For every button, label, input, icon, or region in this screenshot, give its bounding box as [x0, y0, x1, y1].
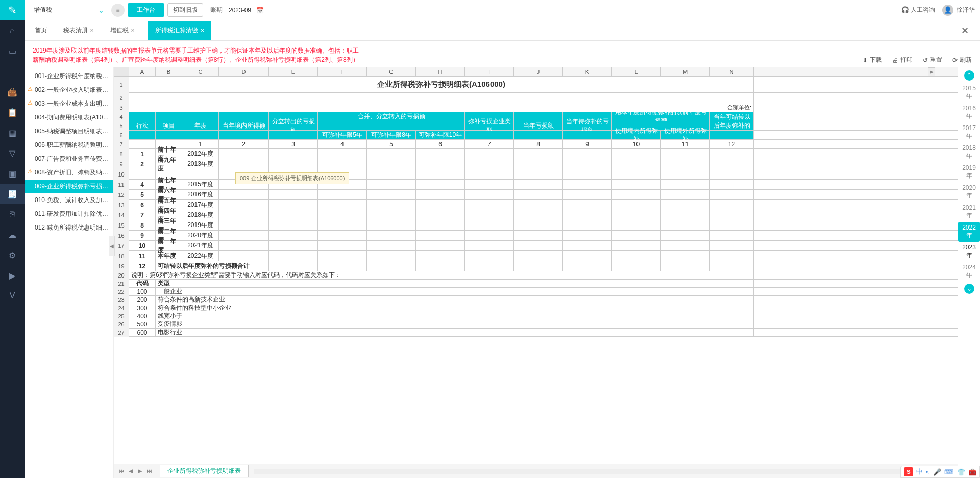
sheet-nav-next[interactable]: ▶ [135, 468, 144, 474]
form-item-002[interactable]: ⚠002-一般企业收入明细表(A1… [24, 83, 113, 97]
year-2020年[interactable]: 2020年 [958, 182, 980, 202]
ime-punct-icon[interactable]: •, [926, 468, 930, 476]
expand-columns-handle[interactable]: ▶ [928, 67, 935, 77]
form-item-label: 011-研发费用加计扣除优惠… [35, 210, 113, 217]
switch-old-button[interactable]: 切到旧版 [167, 3, 203, 17]
year-2016年[interactable]: 2016年 [958, 103, 980, 122]
warn-icon: ⚠ [28, 86, 33, 92]
col-header-J[interactable]: J [514, 67, 563, 76]
close-all-button[interactable]: ✕ [957, 25, 973, 36]
print-icon: 🖨 [892, 57, 898, 64]
list-icon-button[interactable]: ≡ [111, 4, 125, 17]
sheet-nav-prev[interactable]: ◀ [126, 468, 135, 474]
hdr-merge-split[interactable]: 合并、分立转入的亏损额 [318, 112, 465, 121]
app-logo: ✎ [0, 0, 24, 20]
form-item-007[interactable]: 007-广告费和业务宣传费跨… [24, 152, 113, 166]
col-header-D[interactable]: D [219, 67, 269, 76]
tab-income-tax[interactable]: 所得税汇算清缴✕ [148, 21, 211, 40]
col-header-A[interactable]: A [129, 67, 156, 76]
form-item-006[interactable]: 006-职工薪酬纳税调整明细… [24, 138, 113, 152]
col-header-C[interactable]: C [182, 67, 219, 76]
ime-lang[interactable]: 中 [916, 467, 923, 476]
col-header-H[interactable]: H [416, 67, 465, 76]
horizontal-scrollbar[interactable] [254, 469, 952, 474]
col-header-K[interactable]: K [563, 67, 612, 76]
nav-video-icon[interactable]: ▶ [0, 265, 24, 286]
period-value[interactable]: 2023-09 [229, 7, 251, 14]
reset-icon: ↺ [923, 57, 928, 64]
ime-logo-icon[interactable]: S [904, 467, 913, 476]
year-2023年[interactable]: 2023年 [958, 242, 980, 262]
nav-home-icon[interactable]: ⌂ [0, 20, 24, 41]
sheet-nav-last[interactable]: ⏭ [144, 468, 154, 474]
ime-skin-icon[interactable]: 👕 [957, 468, 965, 476]
nav-settings-icon[interactable]: ⚙ [0, 245, 24, 265]
nav-filter-icon[interactable]: ▽ [0, 143, 24, 163]
col-header-M[interactable]: M [661, 67, 710, 76]
col-header-G[interactable]: G [367, 67, 416, 76]
col-header-L[interactable]: L [612, 67, 661, 76]
sheet-title[interactable]: 企业所得税弥补亏损明细表(A106000) [129, 77, 754, 92]
col-header-N[interactable]: N [710, 67, 754, 76]
nav-export-icon[interactable]: ⎘ [0, 204, 24, 224]
form-item-012[interactable]: 012-减免所得税优惠明细表(… [24, 221, 113, 235]
sheet-tab[interactable]: 企业所得税弥补亏损明细表 [160, 465, 249, 477]
close-icon[interactable]: ✕ [131, 28, 135, 33]
nav-clipboard-icon[interactable]: 📋 [0, 102, 24, 122]
close-icon[interactable]: ✕ [200, 28, 204, 33]
col-header-B[interactable]: B [156, 67, 182, 76]
ime-keyboard-icon[interactable]: ⌨ [944, 468, 954, 476]
form-item-003[interactable]: ⚠003-一般企业成本支出明细… [24, 97, 113, 111]
tab-home[interactable]: 首页 [32, 21, 50, 40]
year-2015年[interactable]: 2015年 [958, 83, 980, 103]
year-2021年[interactable]: 2021年 [958, 202, 980, 222]
nav-bag-icon[interactable]: 👜 [0, 82, 24, 102]
consult-link[interactable]: 🎧 人工咨询 [901, 6, 935, 14]
reset-button[interactable]: ↺重置 [923, 56, 942, 64]
explain-text[interactable]: 说明：第6列“弥补亏损企业类型”需要手动输入对应代码，代码对应关系如下： [129, 271, 754, 279]
year-2022年[interactable]: 2022年 [958, 222, 980, 242]
nav-v-icon[interactable]: V [0, 286, 24, 306]
form-item-001[interactable]: 001-企业所得税年度纳税申… [24, 69, 113, 83]
nav-cloud-icon[interactable]: ☁ [0, 224, 24, 245]
user-menu[interactable]: 👤 徐泽华 [942, 5, 975, 16]
form-item-010[interactable]: 010-免税、减计收入及加计… [24, 193, 113, 207]
refresh-button[interactable]: ⟳刷新 [952, 56, 972, 64]
form-item-008[interactable]: ⚠008-资产折旧、摊销及纳税… [24, 166, 113, 180]
form-item-011[interactable]: 011-研发费用加计扣除优惠… [24, 207, 113, 221]
calendar-icon[interactable]: 📅 [256, 7, 264, 14]
tab-vat[interactable]: 增值税✕ [107, 21, 138, 40]
year-2018年[interactable]: 2018年 [958, 142, 980, 162]
tax-type-dropdown[interactable]: 增值税 ⌄ [30, 6, 108, 14]
year-2017年[interactable]: 2017年 [958, 122, 980, 142]
year-2019年[interactable]: 2019年 [958, 162, 980, 182]
form-item-004[interactable]: 004-期间费用明细表(A1040… [24, 111, 113, 124]
hdr-use-prev[interactable]: 用本年度所得额弥补的以前年度亏损额 [612, 112, 710, 121]
form-item-005[interactable]: 005-纳税调整项目明细表(A1… [24, 124, 113, 138]
sheet-nav-first[interactable]: ⏮ [117, 468, 126, 474]
close-icon[interactable]: ✕ [90, 28, 94, 33]
form-item-label: 007-广告费和业务宣传费跨… [35, 155, 113, 162]
form-item-009[interactable]: 009-企业所得税弥补亏损明… [24, 180, 113, 193]
nav-chart-icon[interactable]: ⩙ [0, 61, 24, 82]
year-scroll-up[interactable]: ⌃ [964, 70, 974, 81]
spreadsheet-grid[interactable]: ABCDEFGHIJKLMN1企业所得税弥补亏损明细表(A106000)23金额… [114, 67, 958, 464]
print-button[interactable]: 🖨打印 [892, 56, 913, 64]
col-header-F[interactable]: F [318, 67, 367, 76]
collapse-sidebar-handle[interactable]: ◀ [109, 236, 115, 256]
ime-voice-icon[interactable]: 🎤 [933, 468, 941, 476]
nav-doc-icon[interactable]: ▭ [0, 41, 24, 61]
nav-frame-icon[interactable]: ▣ [0, 163, 24, 184]
year-2024年[interactable]: 2024年 [958, 262, 980, 282]
tab-tax-list[interactable]: 税表清册✕ [60, 21, 97, 40]
nav-grid-icon[interactable]: ▦ [0, 122, 24, 143]
year-scroll-down[interactable]: ⌄ [964, 284, 974, 294]
col-header-I[interactable]: I [465, 67, 514, 76]
period-label: 账期 [210, 6, 223, 14]
col-header-E[interactable]: E [269, 67, 318, 76]
workbench-button[interactable]: 工作台 [128, 3, 164, 17]
nav-tax-icon[interactable]: 🧾 [0, 184, 24, 204]
ime-tool-icon[interactable]: 🧰 [968, 468, 976, 476]
refresh-icon: ⟳ [952, 57, 958, 64]
download-button[interactable]: ⬇下载 [863, 56, 882, 64]
